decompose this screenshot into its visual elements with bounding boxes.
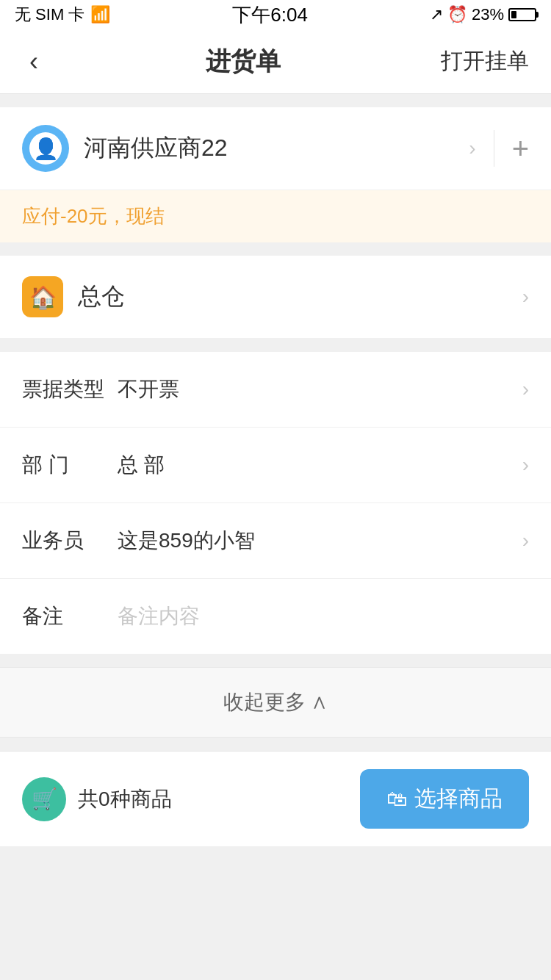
bottom-bar: 🛒 共0种商品 🛍 选择商品: [0, 751, 551, 846]
warehouse-name: 总仓: [78, 281, 522, 313]
status-time: 下午6:04: [232, 2, 308, 28]
select-product-icon: 🛍: [386, 787, 407, 811]
alarm-icon: ⏰: [447, 5, 467, 24]
wifi-icon: 📶: [90, 5, 110, 24]
remark-input[interactable]: 备注内容: [118, 602, 529, 630]
invoice-type-label: 票据类型: [22, 375, 118, 403]
salesperson-chevron-icon: ›: [522, 529, 529, 552]
back-button[interactable]: ‹: [22, 39, 46, 84]
invoice-type-value: 不开票: [118, 375, 522, 403]
select-product-button[interactable]: 🛍 选择商品: [360, 769, 529, 829]
carrier-text: 无 SIM 卡: [15, 4, 84, 26]
main-content: 👤 河南供应商22 › + 应付-20元，现结 🏠 总仓 › 票据类型 不开票 …: [0, 94, 551, 980]
invoice-type-chevron-icon: ›: [522, 378, 529, 401]
department-chevron-icon: ›: [522, 453, 529, 477]
status-right: ↗ ⏰ 23%: [430, 5, 536, 24]
supplier-vertical-divider: [494, 130, 494, 167]
salesperson-value: 这是859的小智: [118, 527, 522, 555]
add-supplier-button[interactable]: +: [512, 132, 529, 165]
collapse-label: 收起更多 ∧: [223, 688, 328, 716]
salesperson-row[interactable]: 业务员 这是859的小智 ›: [0, 503, 551, 579]
collapse-row[interactable]: 收起更多 ∧: [0, 667, 551, 738]
department-label: 部 门: [22, 451, 118, 479]
open-pending-button[interactable]: 打开挂单: [441, 46, 529, 76]
product-count-text: 共0种商品: [78, 785, 172, 813]
house-icon: 🏠: [29, 284, 57, 310]
remark-row[interactable]: 备注 备注内容: [0, 579, 551, 654]
battery-percent: 23%: [472, 5, 504, 24]
location-icon: ↗: [430, 5, 443, 24]
warehouse-chevron-icon: ›: [522, 285, 529, 309]
department-value: 总 部: [118, 451, 522, 479]
remark-label: 备注: [22, 602, 118, 630]
supplier-chevron-icon: ›: [469, 137, 475, 160]
supplier-section: 👤 河南供应商22 › +: [0, 107, 551, 190]
form-section: 票据类型 不开票 › 部 门 总 部 › 业务员 这是859的小智 › 备注 备…: [0, 352, 551, 654]
status-left: 无 SIM 卡 📶: [15, 4, 110, 26]
supplier-name: 河南供应商22: [84, 132, 469, 165]
page-title: 进货单: [206, 45, 281, 79]
status-bar: 无 SIM 卡 📶 下午6:04 ↗ ⏰ 23%: [0, 0, 551, 29]
cart-icon-circle: 🛒: [22, 777, 66, 821]
warehouse-section[interactable]: 🏠 总仓 ›: [0, 256, 551, 339]
department-row[interactable]: 部 门 总 部 ›: [0, 428, 551, 503]
person-icon: 👤: [33, 137, 59, 161]
top-divider: [0, 94, 551, 107]
select-product-label: 选择商品: [414, 784, 503, 814]
product-count-area: 🛒 共0种商品: [22, 777, 172, 821]
invoice-type-row[interactable]: 票据类型 不开票 ›: [0, 352, 551, 428]
warning-text: 应付-20元，现结: [22, 205, 165, 227]
warning-banner: 应付-20元，现结: [0, 190, 551, 242]
cart-icon: 🛒: [32, 787, 57, 811]
battery-icon: [508, 8, 536, 21]
salesperson-label: 业务员: [22, 527, 118, 555]
warehouse-icon: 🏠: [22, 276, 63, 317]
nav-bar: ‹ 进货单 打开挂单: [0, 29, 551, 94]
supplier-avatar: 👤: [22, 125, 69, 172]
